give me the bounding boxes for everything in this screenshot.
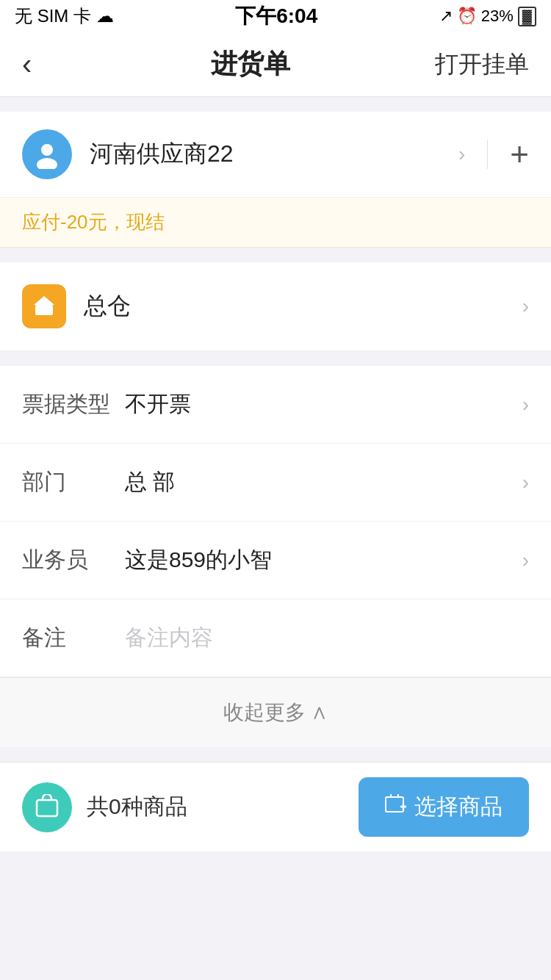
section-gap-1 xyxy=(0,97,551,112)
department-row[interactable]: 部门 总 部 › xyxy=(0,444,551,522)
supplier-row[interactable]: 河南供应商22 › + xyxy=(0,112,551,198)
select-product-icon xyxy=(385,794,407,820)
warehouse-row[interactable]: 总仓 › xyxy=(0,262,551,351)
invoice-type-row[interactable]: 票据类型 不开票 › xyxy=(0,366,551,444)
background-fill xyxy=(0,851,551,980)
section-gap-2 xyxy=(0,248,551,262)
alarm-icon: ⏰ xyxy=(457,7,477,26)
status-time: 下午6:04 xyxy=(235,2,317,30)
battery-label: 23% xyxy=(481,7,514,26)
collapse-button[interactable]: 收起更多 ∧ xyxy=(0,677,551,747)
nav-bar: ‹ 进货单 打开挂单 xyxy=(0,32,551,97)
invoice-type-label: 票据类型 xyxy=(22,389,125,419)
status-left: 无 SIM 卡 ☁ xyxy=(15,4,114,28)
location-icon: ↗ xyxy=(439,7,453,26)
back-button[interactable]: ‹ xyxy=(22,48,66,81)
svg-point-1 xyxy=(37,158,57,169)
svg-rect-5 xyxy=(386,797,403,812)
status-bar: 无 SIM 卡 ☁ 下午6:04 ↗ ⏰ 23% ▓ xyxy=(0,0,551,32)
warehouse-icon xyxy=(22,284,66,328)
select-product-label: 选择商品 xyxy=(414,792,503,822)
product-count: 共0种商品 xyxy=(87,792,359,822)
remark-input[interactable]: 备注内容 xyxy=(125,623,529,653)
svg-point-0 xyxy=(41,144,53,156)
form-section: 票据类型 不开票 › 部门 总 部 › 业务员 这是859的小智 › 备注 备注… xyxy=(0,366,551,747)
open-pending-button[interactable]: 打开挂单 xyxy=(435,48,529,81)
supplier-divider xyxy=(487,140,488,169)
salesperson-label: 业务员 xyxy=(22,545,125,575)
remark-label: 备注 xyxy=(22,623,125,653)
remark-row[interactable]: 备注 备注内容 xyxy=(0,599,551,677)
department-chevron-icon: › xyxy=(522,471,529,494)
product-bar: 共0种商品 选择商品 xyxy=(0,762,551,851)
invoice-chevron-icon: › xyxy=(522,393,529,417)
svg-rect-4 xyxy=(37,800,57,816)
battery-icon: ▓ xyxy=(518,7,536,26)
supplier-section: 河南供应商22 › + 应付-20元，现结 xyxy=(0,112,551,248)
select-product-button[interactable]: 选择商品 xyxy=(359,777,529,837)
supplier-chevron-icon: › xyxy=(458,143,465,166)
product-icon-wrap xyxy=(22,782,72,832)
svg-rect-2 xyxy=(35,305,53,315)
warehouse-label: 总仓 xyxy=(84,290,522,323)
svg-marker-3 xyxy=(34,296,54,305)
salesperson-chevron-icon: › xyxy=(522,549,529,572)
collapse-label: 收起更多 ∧ xyxy=(223,699,328,727)
department-label: 部门 xyxy=(22,467,125,497)
department-value: 总 部 xyxy=(125,467,522,497)
add-supplier-button[interactable]: + xyxy=(510,136,529,173)
status-right: ↗ ⏰ 23% ▓ xyxy=(439,7,536,26)
section-gap-3 xyxy=(0,351,551,366)
supplier-name: 河南供应商22 xyxy=(90,138,458,170)
sim-label: 无 SIM 卡 ☁ xyxy=(15,4,114,28)
supplier-avatar xyxy=(22,129,72,179)
warehouse-chevron-icon: › xyxy=(522,295,529,318)
notice-banner: 应付-20元，现结 xyxy=(0,198,551,248)
invoice-type-value: 不开票 xyxy=(125,389,522,419)
warehouse-section: 总仓 › xyxy=(0,262,551,351)
salesperson-value: 这是859的小智 xyxy=(125,545,522,575)
page-title: 进货单 xyxy=(211,46,290,82)
salesperson-row[interactable]: 业务员 这是859的小智 › xyxy=(0,522,551,599)
